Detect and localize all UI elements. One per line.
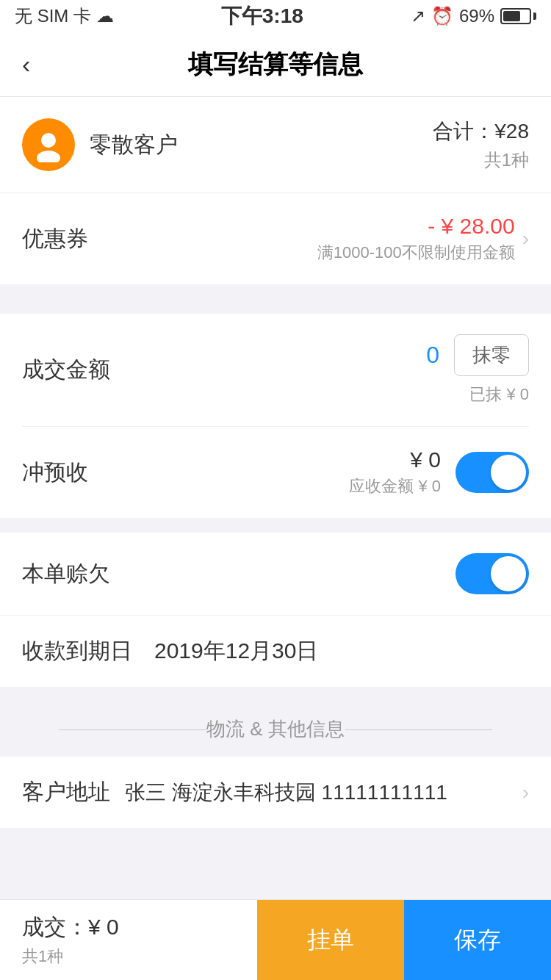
battery-icon — [500, 8, 536, 24]
prepay-row: 冲预收 ¥ 0 应收金额 ¥ 0 — [22, 427, 529, 518]
due-date-row: 收款到期日 2019年12月30日 — [0, 615, 551, 687]
bottom-deal-value: ¥ 0 — [88, 915, 119, 939]
coupon-right: - ¥ 28.00 满1000-100不限制使用金额 › — [317, 214, 529, 264]
svg-point-0 — [41, 133, 56, 148]
logistics-label: 物流 & 其他信息 — [206, 718, 345, 740]
address-value: 张三 海淀永丰科技园 11111111111 — [125, 779, 447, 807]
save-button[interactable]: 保存 — [404, 900, 551, 980]
deal-amount-value: 0 — [426, 342, 439, 369]
address-row[interactable]: 客户地址 张三 海淀永丰科技园 11111111111 › — [0, 757, 551, 828]
customer-row: 零散客户 合计：¥28 共1种 — [0, 97, 551, 192]
debt-label: 本单赊欠 — [22, 559, 110, 589]
status-right: ↗ ⏰ 69% — [411, 6, 536, 26]
prepay-toggle[interactable] — [455, 452, 529, 493]
battery-percent: 69% — [459, 6, 494, 26]
separator-1 — [0, 299, 551, 314]
bottom-info: 成交：¥ 0 共1种 — [0, 900, 257, 980]
debt-section: 本单赊欠 收款到期日 2019年12月30日 — [0, 533, 551, 687]
customer-count: 共1种 — [433, 148, 529, 172]
debt-toggle[interactable] — [455, 553, 529, 594]
deal-amount-label: 成交金额 — [22, 355, 110, 385]
alarm-icon: ⏰ — [431, 6, 453, 26]
due-date-value: 2019年12月30日 — [154, 636, 318, 666]
amount-section: 成交金额 0 抹零 已抹 ¥ 0 冲预收 ¥ 0 应收金额 ¥ 0 — [0, 314, 551, 518]
status-left: 无 SIM 卡 ☁ — [15, 4, 114, 28]
bottom-count: 共1种 — [22, 945, 235, 968]
status-bar: 无 SIM 卡 ☁ 下午3:18 ↗ ⏰ 69% — [0, 0, 551, 32]
nav-bar: ‹ 填写结算等信息 — [0, 32, 551, 97]
prepay-sub: 应收金额 ¥ 0 — [349, 475, 441, 497]
round-button[interactable]: 抹零 — [454, 334, 529, 376]
signal-text: 无 SIM 卡 ☁ — [15, 4, 114, 28]
address-section: 客户地址 张三 海淀永丰科技园 11111111111 › — [0, 757, 551, 828]
prepay-label: 冲预收 — [22, 458, 88, 488]
coupon-desc: 满1000-100不限制使用金额 — [317, 242, 515, 264]
debt-toggle-knob — [491, 556, 526, 591]
deal-amount-row: 成交金额 0 抹零 已抹 ¥ 0 — [22, 314, 529, 427]
coupon-row[interactable]: 优惠券 - ¥ 28.00 满1000-100不限制使用金额 › — [0, 192, 551, 284]
page-title: 填写结算等信息 — [188, 48, 363, 82]
bottom-deal-label: 成交： — [22, 915, 88, 939]
coupon-info: - ¥ 28.00 满1000-100不限制使用金额 — [317, 214, 515, 264]
chevron-right-icon: › — [522, 227, 529, 251]
prepay-info: ¥ 0 应收金额 ¥ 0 — [349, 447, 441, 497]
coupon-label: 优惠券 — [22, 224, 88, 254]
pending-button[interactable]: 挂单 — [257, 900, 404, 980]
toggle-knob — [491, 455, 526, 490]
bottom-deal-row: 成交：¥ 0 — [22, 912, 235, 943]
status-time: 下午3:18 — [221, 2, 303, 30]
customer-left: 零散客户 — [22, 118, 178, 171]
location-icon: ↗ — [411, 6, 425, 26]
deal-amount-sub: 已抹 ¥ 0 — [469, 383, 529, 406]
address-left: 客户地址 张三 海淀永丰科技园 11111111111 — [22, 777, 447, 807]
coupon-amount: - ¥ 28.00 — [317, 214, 515, 239]
svg-point-1 — [37, 151, 60, 162]
address-chevron-icon: › — [522, 781, 529, 804]
bottom-bar: 成交：¥ 0 共1种 挂单 保存 — [0, 899, 551, 980]
debt-row: 本单赊欠 — [0, 533, 551, 615]
back-button[interactable]: ‹ — [22, 50, 30, 79]
customer-right: 合计：¥28 共1种 — [433, 118, 529, 172]
address-label: 客户地址 — [22, 777, 110, 807]
avatar — [22, 118, 75, 171]
logistics-divider: 物流 & 其他信息 — [0, 702, 551, 757]
customer-total: 合计：¥28 — [433, 118, 529, 145]
customer-name: 零散客户 — [90, 130, 178, 160]
due-date-label: 收款到期日 — [22, 636, 132, 666]
separator-2 — [0, 518, 551, 533]
prepay-value: ¥ 0 — [349, 447, 441, 472]
customer-section: 零散客户 合计：¥28 共1种 优惠券 - ¥ 28.00 满1000-100不… — [0, 97, 551, 284]
